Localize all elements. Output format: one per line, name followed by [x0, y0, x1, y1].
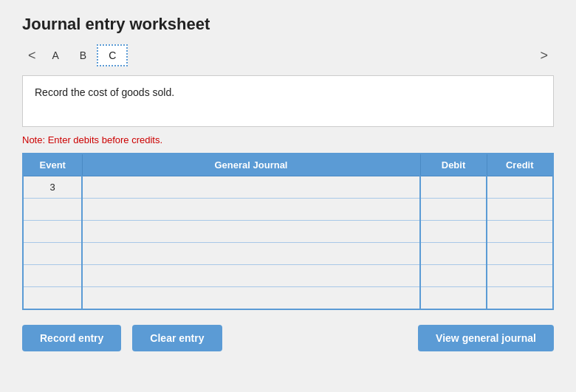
cell-credit-6[interactable]: [487, 287, 553, 309]
journal-table: Event General Journal Debit Credit 3: [22, 153, 554, 310]
clear-entry-button[interactable]: Clear entry: [132, 325, 222, 351]
table-row: 3: [23, 176, 553, 199]
cell-gj-3[interactable]: [82, 221, 420, 243]
table-row: [23, 243, 553, 265]
cell-credit-4[interactable]: [487, 243, 553, 265]
table-row: [23, 221, 553, 243]
page-container: Journal entry worksheet < A B C > Record…: [0, 0, 576, 392]
header-general-journal: General Journal: [82, 154, 420, 176]
header-debit: Debit: [420, 154, 487, 176]
cell-event-4: [23, 243, 82, 265]
cell-credit-2[interactable]: [487, 199, 553, 221]
cell-gj-6[interactable]: [82, 287, 420, 309]
note-text: Note: Enter debits before credits.: [22, 134, 554, 145]
header-credit: Credit: [487, 154, 553, 176]
cell-debit-4[interactable]: [420, 243, 487, 265]
cell-gj-1[interactable]: [82, 176, 420, 199]
cell-event-3: [23, 221, 82, 243]
cell-debit-3[interactable]: [420, 221, 487, 243]
cell-event-5: [23, 265, 82, 287]
tab-bar: < A B C >: [22, 44, 554, 66]
cell-debit-1[interactable]: [420, 176, 487, 199]
instruction-box: Record the cost of goods sold.: [22, 75, 554, 127]
record-entry-button[interactable]: Record entry: [22, 325, 121, 351]
nav-arrow-right[interactable]: >: [534, 47, 554, 65]
cell-event-1: 3: [23, 176, 82, 199]
cell-event-6: [23, 287, 82, 309]
header-event: Event: [23, 154, 82, 176]
table-header-row: Event General Journal Debit Credit: [23, 154, 553, 176]
cell-credit-1[interactable]: [487, 176, 553, 199]
table-row: [23, 287, 553, 309]
cell-debit-6[interactable]: [420, 287, 487, 309]
page-title: Journal entry worksheet: [22, 15, 554, 34]
table-row: [23, 199, 553, 221]
cell-event-2: [23, 199, 82, 221]
tab-b[interactable]: B: [69, 46, 97, 65]
cell-debit-5[interactable]: [420, 265, 487, 287]
nav-arrow-left[interactable]: <: [22, 47, 42, 65]
table-row: [23, 265, 553, 287]
instruction-text: Record the cost of goods sold.: [35, 86, 174, 98]
tab-a[interactable]: A: [42, 46, 69, 65]
cell-credit-5[interactable]: [487, 265, 553, 287]
view-general-journal-button[interactable]: View general journal: [418, 325, 554, 351]
cell-gj-5[interactable]: [82, 265, 420, 287]
cell-gj-4[interactable]: [82, 243, 420, 265]
tab-c[interactable]: C: [97, 44, 128, 66]
button-bar: Record entry Clear entry View general jo…: [22, 325, 554, 351]
cell-debit-2[interactable]: [420, 199, 487, 221]
cell-gj-2[interactable]: [82, 199, 420, 221]
cell-credit-3[interactable]: [487, 221, 553, 243]
